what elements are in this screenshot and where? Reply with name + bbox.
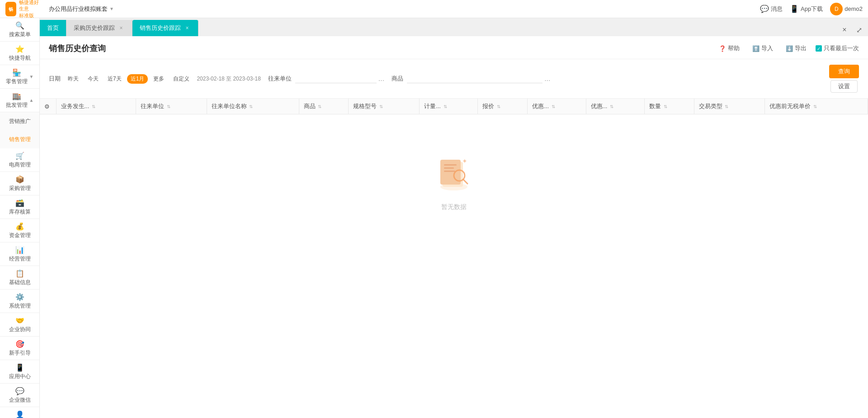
tab-label: 销售历史价跟踪: [140, 24, 181, 32]
col-tax-price[interactable]: 优惠前无税单价 ⇅: [765, 99, 868, 114]
help-button[interactable]: ❓ 帮助: [715, 43, 743, 54]
tab-home[interactable]: 首页: [40, 20, 66, 36]
tab-close-purchase[interactable]: ×: [118, 24, 125, 32]
svg-text:✦: ✦: [462, 157, 467, 165]
data-table: ⚙ 业务发生... ⇅ 往来单位 ⇅ 往来单位名称: [40, 99, 868, 114]
header-left: 畅 畅捷通好生意标准版 办公用品行业模拟账套 ▼: [5, 0, 118, 19]
partner-label: 往来单位: [268, 75, 292, 83]
sidebar-item-operations[interactable]: 📊 经营管理: [0, 242, 39, 266]
star-icon: ⭐: [15, 45, 24, 53]
col-partner-name[interactable]: 往来单位名称 ⇅: [207, 99, 299, 114]
import-button[interactable]: ⬆️ 导入: [749, 43, 777, 54]
workspace-name: 办公用品行业模拟账套: [49, 5, 108, 13]
purchase-icon: 📦: [15, 175, 24, 184]
filter-bar: 日期 昨天 今天 近7天 近1月 更多 自定义 2023-02-18 至 202…: [40, 59, 868, 99]
settings-icon[interactable]: ⚙: [44, 103, 50, 110]
sidebar-item-label: 企业微信: [9, 396, 31, 404]
content-area: 首页 采购历史价跟踪 × 销售历史价跟踪 × × ⤢ 销售历史价查询: [40, 18, 868, 418]
sort-icon: ⇅: [167, 104, 170, 109]
enterprise-icon: 🤝: [15, 316, 24, 325]
col-goods[interactable]: 商品 ⇅: [299, 99, 349, 114]
member-icon: 👤: [15, 410, 24, 418]
empty-icon: ✦: [431, 151, 476, 196]
col-unit[interactable]: 计量... ⇅: [420, 99, 478, 114]
col-trade-type[interactable]: 交易类型 ⇅: [694, 99, 765, 114]
operations-icon: 📊: [15, 246, 24, 254]
sidebar-item-apps[interactable]: 📱 应用中心: [0, 360, 39, 384]
sort-icon: ⇅: [92, 104, 95, 109]
close-tab-action[interactable]: ×: [839, 24, 850, 35]
last-only-checkbox[interactable]: ✓ 只看最后一次: [816, 44, 859, 52]
date-btn-1month[interactable]: 近1月: [127, 74, 148, 84]
chat-button[interactable]: 💬 消息: [760, 5, 783, 13]
sidebar-item-ecommerce[interactable]: 🛒 电商管理: [0, 148, 39, 172]
tab-purchase[interactable]: 采购历史价跟踪 ×: [66, 20, 132, 36]
user-menu[interactable]: D demo2: [830, 3, 863, 15]
date-label: 日期: [49, 75, 61, 83]
col-partner-code[interactable]: 往来单位 ⇅: [136, 99, 207, 114]
date-btn-7days[interactable]: 近7天: [104, 74, 125, 84]
sidebar-item-wholesale[interactable]: 🏬 批发管理 ▲: [0, 89, 39, 112]
tab-bar-actions: × ⤢: [839, 24, 868, 36]
maximize-action[interactable]: ⤢: [854, 24, 864, 35]
col-label: 往来单位名称: [212, 103, 247, 109]
sidebar-item-label: 基础信息: [9, 279, 31, 286]
sidebar-item-retail[interactable]: 🏪 零售管理 ▼: [0, 65, 39, 89]
sidebar-item-label: 销售管理: [9, 136, 31, 143]
tab-close-sales[interactable]: ×: [184, 24, 191, 32]
chevron-down-icon: ▼: [29, 74, 34, 79]
col-label: 规格型号: [353, 103, 377, 109]
sidebar-item-enterprise[interactable]: 🤝 企业协同: [0, 313, 39, 337]
sort-icon: ⇅: [725, 104, 728, 109]
col-settings: ⚙: [40, 99, 56, 114]
sidebar-item-member[interactable]: 👤 畅会员: [0, 407, 39, 418]
partner-select-icon[interactable]: ...: [378, 75, 384, 83]
sidebar-item-search[interactable]: 🔍 搜索菜单: [0, 18, 39, 42]
export-button[interactable]: ⬇️ 导出: [782, 43, 810, 54]
date-btn-today[interactable]: 今天: [84, 74, 102, 84]
col-discount2[interactable]: 优惠... ⇅: [586, 99, 644, 114]
sidebar-item-sales-mgmt[interactable]: 销售管理: [0, 130, 39, 148]
page-content: 销售历史价查询 ❓ 帮助 ⬆️ 导入 ⬇️ 导出 ✓: [40, 36, 868, 418]
tab-sales[interactable]: 销售历史价跟踪 ×: [132, 20, 198, 36]
col-label: 报价: [482, 103, 494, 109]
col-spec[interactable]: 规格型号 ⇅: [349, 99, 420, 114]
sidebar-item-label: 电商管理: [9, 161, 31, 169]
date-btn-custom[interactable]: 自定义: [170, 74, 193, 84]
help-icon: ❓: [719, 45, 726, 52]
col-label: 优惠...: [532, 103, 549, 109]
sidebar-item-basic[interactable]: 📋 基础信息: [0, 266, 39, 290]
col-label: 商品: [304, 103, 316, 109]
tab-bar: 首页 采购历史价跟踪 × 销售历史价跟踪 × × ⤢: [40, 18, 868, 36]
sidebar-item-finance[interactable]: 💰 资金管理: [0, 219, 39, 242]
username: demo2: [844, 5, 863, 12]
query-button[interactable]: 查询: [829, 65, 859, 78]
sidebar-item-wechat[interactable]: 💬 企业微信: [0, 384, 39, 407]
finance-icon: 💰: [15, 222, 24, 231]
col-quantity[interactable]: 数量 ⇅: [644, 99, 694, 114]
sidebar-item-label: 新手引导: [9, 349, 31, 357]
workspace-selector[interactable]: 办公用品行业模拟账套 ▼: [45, 3, 118, 15]
sort-icon: ⇅: [813, 104, 817, 109]
app-download-button[interactable]: 📱 App下载: [790, 5, 823, 13]
col-discount1[interactable]: 优惠... ⇅: [528, 99, 586, 114]
settings-button[interactable]: 设置: [830, 80, 858, 93]
sort-icon: ⇅: [318, 104, 321, 109]
sidebar-item-quick-nav[interactable]: ⭐ 快捷导航: [0, 42, 39, 65]
sidebar-item-marketing[interactable]: 营销推广: [0, 112, 39, 130]
chat-icon: 💬: [760, 5, 769, 13]
app-download-label: App下载: [801, 5, 823, 13]
sidebar-item-inventory[interactable]: 🗃️ 库存核算: [0, 195, 39, 219]
sidebar-item-purchase[interactable]: 📦 采购管理: [0, 172, 39, 195]
partner-input[interactable]: [295, 74, 377, 83]
goods-input[interactable]: [407, 74, 542, 83]
goods-select-icon[interactable]: ...: [544, 75, 550, 83]
date-options: 昨天 今天 近7天 近1月 更多 自定义: [64, 74, 193, 84]
sidebar-item-label: 搜索菜单: [9, 31, 31, 38]
col-business-date[interactable]: 业务发生... ⇅: [56, 99, 136, 114]
date-btn-more[interactable]: 更多: [150, 74, 168, 84]
date-btn-yesterday[interactable]: 昨天: [64, 74, 82, 84]
sidebar-item-system[interactable]: ⚙️ 系统管理: [0, 290, 39, 313]
sidebar-item-guide[interactable]: 🎯 新手引导: [0, 337, 39, 360]
col-quote[interactable]: 报价 ⇅: [478, 99, 528, 114]
